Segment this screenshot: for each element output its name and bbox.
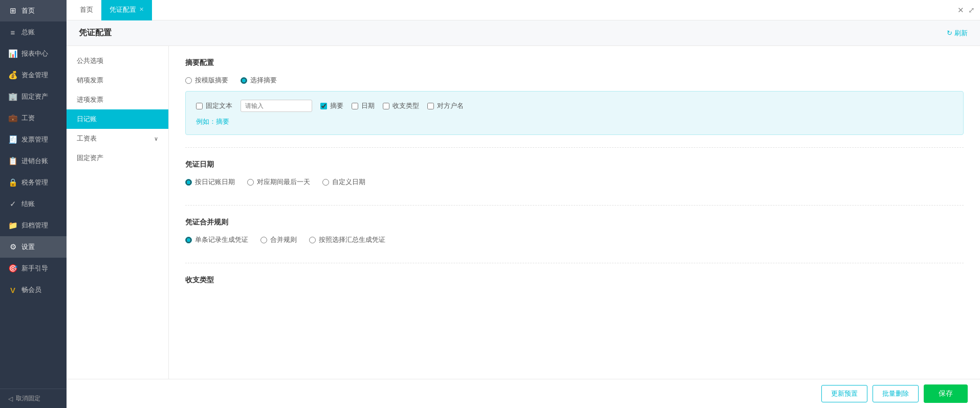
- date-option[interactable]: 日期: [352, 101, 375, 110]
- voucher-date-radio-group: 按日记账日期 对应期间最后一天 自定义日期: [185, 177, 964, 187]
- content-area: 公共选项 销项发票 进项发票 日记账 工资表 ∨ 固定资产 摘要配置: [67, 46, 980, 379]
- sidebar-item-label: 新手引导: [21, 264, 48, 273]
- sidebar-item-label: 工资: [21, 114, 35, 123]
- sidebar-item-asset[interactable]: 🏢 固定资产: [0, 86, 67, 107]
- unpin-icon: ◁: [8, 395, 13, 402]
- sidebar-item-ledger[interactable]: ≡ 总账: [0, 21, 67, 43]
- bottom-bar: 更新预置 批量删除 保存: [67, 379, 980, 408]
- abstract-checkbox[interactable]: [320, 103, 327, 109]
- sidebar-item-tax[interactable]: 🔒 税务管理: [0, 172, 67, 193]
- save-button[interactable]: 保存: [924, 384, 968, 403]
- sidebar-item-label: 总账: [21, 28, 35, 37]
- page-header: 凭证配置 ↻ 刷新: [67, 20, 980, 46]
- sidebar-item-settle[interactable]: ✓ 结账: [0, 193, 67, 215]
- single-record-radio[interactable]: [185, 237, 192, 243]
- custom-date-option[interactable]: 自定义日期: [322, 177, 365, 187]
- last-day-label: 对应期间最后一天: [257, 177, 310, 187]
- select-summary-merge-option[interactable]: 按照选择汇总生成凭证: [309, 235, 385, 244]
- last-day-radio[interactable]: [247, 179, 254, 186]
- custom-date-radio[interactable]: [322, 179, 329, 186]
- summary-section: 摘要配置 按模版摘要 选择摘要 固定文本: [185, 58, 964, 148]
- report-icon: 📊: [8, 49, 17, 58]
- update-preview-button[interactable]: 更新预置: [821, 385, 867, 402]
- summary-section-title: 摘要配置: [185, 58, 964, 67]
- abstract-option[interactable]: 摘要: [320, 101, 343, 110]
- sidebar-unpin-button[interactable]: ◁ 取消固定: [0, 389, 67, 408]
- right-content: 摘要配置 按模版摘要 选择摘要 固定文本: [169, 46, 980, 379]
- sidebar-item-archive[interactable]: 📁 归档管理: [0, 215, 67, 236]
- by-journal-date-radio[interactable]: [185, 179, 192, 186]
- summary-checkbox-row: 固定文本 摘要 日期 收支类型: [196, 100, 953, 112]
- sidebar-item-guide[interactable]: 🎯 新手引导: [0, 258, 67, 279]
- merge-rule-option[interactable]: 合并规则: [260, 235, 297, 244]
- fixed-text-label: 固定文本: [206, 101, 232, 110]
- sidebar-item-reconcile[interactable]: 📋 进销台账: [0, 150, 67, 172]
- fixed-text-checkbox[interactable]: [196, 103, 203, 109]
- left-nav-item-public[interactable]: 公共选项: [67, 51, 168, 71]
- last-day-option[interactable]: 对应期间最后一天: [247, 177, 310, 187]
- left-nav-item-journal[interactable]: 日记账: [67, 109, 168, 129]
- select-summary-label: 选择摘要: [250, 76, 277, 85]
- fixed-text-input[interactable]: [241, 100, 312, 112]
- left-nav-item-salary-table[interactable]: 工资表 ∨: [67, 129, 168, 148]
- fixed-text-option[interactable]: 固定文本: [196, 101, 232, 110]
- refresh-button[interactable]: ↻ 刷新: [947, 29, 968, 38]
- by-journal-date-option[interactable]: 按日记账日期: [185, 177, 235, 187]
- page-title: 凭证配置: [79, 28, 112, 38]
- left-nav-item-sales-invoice[interactable]: 销项发票: [67, 71, 168, 90]
- opposite-name-option[interactable]: 对方户名: [427, 101, 464, 110]
- single-record-option[interactable]: 单条记录生成凭证: [185, 235, 248, 244]
- by-journal-date-label: 按日记账日期: [195, 177, 235, 187]
- sidebar-item-vip[interactable]: V 畅会员: [0, 279, 67, 301]
- sidebar-item-label: 首页: [21, 6, 35, 15]
- refresh-icon: ↻: [947, 29, 952, 37]
- left-nav-item-purchase-invoice[interactable]: 进项发票: [67, 90, 168, 109]
- sidebar-item-settings[interactable]: ⚙ 设置: [0, 236, 67, 258]
- sidebar-item-label: 归档管理: [21, 221, 48, 230]
- archive-icon: 📁: [8, 221, 17, 230]
- opposite-name-checkbox[interactable]: [427, 103, 434, 109]
- tax-icon: 🔒: [8, 178, 17, 187]
- tab-home[interactable]: 首页: [72, 0, 101, 20]
- template-summary-option[interactable]: 按模版摘要: [185, 76, 228, 85]
- date-label: 日期: [361, 101, 375, 110]
- sidebar-item-label: 设置: [21, 242, 35, 252]
- settings-icon: ⚙: [8, 242, 17, 252]
- window-close-icon[interactable]: ✕: [957, 6, 964, 15]
- left-nav-item-label: 销项发票: [77, 76, 103, 85]
- sidebar-item-home[interactable]: ⊞ 首页: [0, 0, 67, 21]
- opposite-name-label: 对方户名: [437, 101, 464, 110]
- tab-home-label: 首页: [80, 5, 93, 14]
- left-nav-item-fixed-asset[interactable]: 固定资产: [67, 148, 168, 168]
- select-summary-merge-radio[interactable]: [309, 237, 316, 243]
- income-type-option[interactable]: 收支类型: [383, 101, 419, 110]
- batch-delete-button[interactable]: 批量删除: [873, 385, 919, 402]
- sidebar-item-report[interactable]: 📊 报表中心: [0, 43, 67, 64]
- sidebar-item-salary[interactable]: 💼 工资: [0, 107, 67, 129]
- tab-close-icon[interactable]: ✕: [139, 6, 144, 13]
- sidebar-item-label: 发票管理: [21, 135, 48, 144]
- vip-icon: V: [8, 286, 17, 294]
- salary-icon: 💼: [8, 114, 17, 123]
- merge-rule-radio[interactable]: [260, 237, 267, 243]
- voucher-date-title: 凭证日期: [185, 160, 964, 169]
- sidebar-item-label: 资金管理: [21, 71, 48, 80]
- left-nav-item-label: 工资表: [77, 134, 97, 143]
- sidebar-item-invoice-mgmt[interactable]: 🧾 发票管理: [0, 129, 67, 150]
- sidebar-item-label: 固定资产: [21, 92, 48, 101]
- sidebar-item-label: 畅会员: [21, 285, 41, 294]
- sidebar-item-fund[interactable]: 💰 资金管理: [0, 64, 67, 86]
- window-expand-icon[interactable]: ⤢: [968, 6, 975, 15]
- merge-rule-label: 合并规则: [270, 235, 297, 244]
- ledger-icon: ≡: [8, 28, 17, 37]
- select-summary-radio[interactable]: [241, 77, 247, 84]
- tab-voucher-config[interactable]: 凭证配置 ✕: [101, 0, 152, 20]
- income-type-checkbox[interactable]: [383, 103, 389, 109]
- date-checkbox[interactable]: [352, 103, 358, 109]
- example-text-content: 例如：摘要: [196, 118, 229, 125]
- select-summary-option[interactable]: 选择摘要: [241, 76, 277, 85]
- unpin-label: 取消固定: [16, 394, 40, 403]
- template-summary-radio[interactable]: [185, 77, 192, 84]
- income-type-section: 收支类型: [185, 276, 964, 305]
- tabbar-actions: ✕ ⤢: [957, 6, 975, 15]
